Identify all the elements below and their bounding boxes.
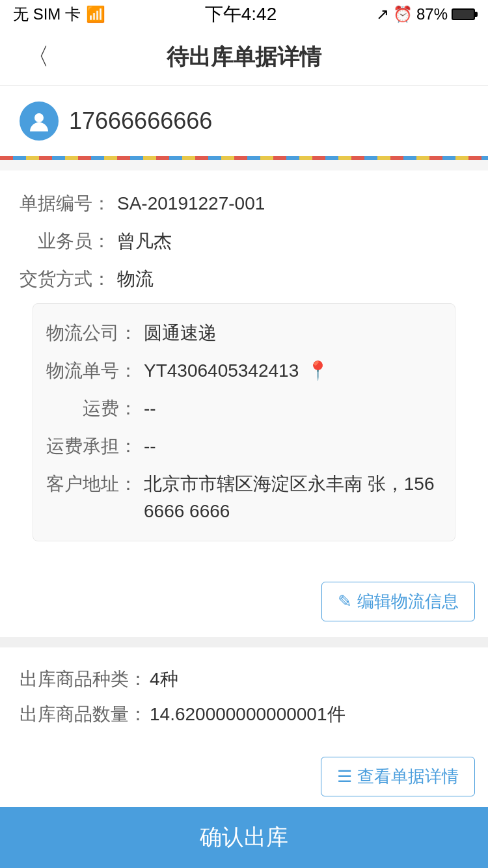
- address-row: 客户地址： 北京市市辖区海淀区永丰南 张，156 6666 6666: [46, 470, 442, 525]
- view-details-button[interactable]: ☰ 查看单据详情: [321, 757, 475, 796]
- view-btn-row: ☰ 查看单据详情: [0, 746, 488, 812]
- freight-bear-value: --: [144, 433, 442, 460]
- delivery-row: 交货方式： 物流: [20, 265, 468, 293]
- logistics-card: 物流公司： 圆通速递 物流单号： YT43064053424​13 📍 运费： …: [33, 303, 455, 541]
- logistics-tracking-label: 物流单号：: [46, 357, 144, 385]
- status-left: 无 SIM 卡 📶: [13, 4, 105, 25]
- battery-icon: [452, 8, 475, 20]
- salesperson-label: 业务员：: [20, 228, 117, 255]
- address-value: 北京市市辖区海淀区永丰南 张，156 6666 6666: [144, 470, 442, 525]
- salesperson-value: 曾凡杰: [117, 228, 468, 255]
- logistics-company-value: 圆通速递: [144, 319, 442, 347]
- tracking-number: YT43064053424​13: [144, 357, 299, 385]
- confirm-btn-wrapper: 确认出库: [0, 807, 488, 868]
- confirm-outbound-button[interactable]: 确认出库: [0, 822, 488, 852]
- status-time: 下午4:42: [205, 2, 277, 27]
- product-types-row: 出库商品种类： 4种: [20, 667, 468, 692]
- list-icon: ☰: [337, 766, 352, 787]
- edit-icon: ✎: [338, 591, 352, 612]
- edit-logistics-button[interactable]: ✎ 编辑物流信息: [321, 582, 475, 621]
- order-info-section: 单据编号： SA-20191227-001 业务员： 曾凡杰 交货方式： 物流 …: [0, 170, 488, 571]
- salesperson-row: 业务员： 曾凡杰: [20, 228, 468, 255]
- status-right: ↗ ⏰ 87%: [376, 5, 475, 23]
- logistics-tracking-row: 物流单号： YT43064053424​13 📍: [46, 357, 442, 385]
- back-button[interactable]: 〈: [20, 34, 56, 79]
- customer-section: 17666666666: [0, 86, 488, 156]
- edit-btn-label: 编辑物流信息: [357, 590, 459, 613]
- freight-value: --: [144, 395, 442, 422]
- wifi-icon: 📶: [86, 5, 105, 23]
- map-location-icon[interactable]: 📍: [306, 357, 329, 385]
- battery-text: 87%: [416, 5, 448, 23]
- delivery-label: 交货方式：: [20, 265, 117, 293]
- carrier-text: 无 SIM 卡: [13, 4, 81, 25]
- page-title: 待出库单据详情: [167, 42, 321, 72]
- freight-bear-label: 运费承担：: [46, 433, 144, 460]
- address-label: 客户地址：: [46, 470, 144, 498]
- freight-label: 运费：: [46, 395, 144, 422]
- product-quantity-value: 14.620000000000001件: [150, 702, 346, 727]
- order-no-label: 单据编号：: [20, 190, 117, 217]
- avatar: [20, 102, 59, 141]
- logistics-tracking-value: YT43064053424​13 📍: [144, 357, 442, 385]
- location-status-icon: ↗: [376, 5, 389, 23]
- nav-bar: 〈 待出库单据详情: [0, 29, 488, 86]
- dashed-divider: [0, 156, 488, 160]
- status-bar: 无 SIM 卡 📶 下午4:42 ↗ ⏰ 87%: [0, 0, 488, 29]
- freight-bear-row: 运费承担： --: [46, 433, 442, 460]
- product-types-label: 出库商品种类：: [20, 667, 150, 692]
- freight-row: 运费： --: [46, 395, 442, 422]
- view-btn-label: 查看单据详情: [357, 765, 459, 788]
- delivery-value: 物流: [117, 265, 468, 293]
- order-no-row: 单据编号： SA-20191227-001: [20, 190, 468, 217]
- order-no-value: SA-20191227-001: [117, 190, 468, 217]
- product-section: 出库商品种类： 4种 出库商品数量： 14.620000000000001件: [0, 647, 488, 746]
- svg-point-0: [34, 113, 44, 122]
- logistics-company-row: 物流公司： 圆通速递: [46, 319, 442, 347]
- product-quantity-row: 出库商品数量： 14.620000000000001件: [20, 702, 468, 727]
- customer-phone: 17666666666: [69, 107, 212, 135]
- product-types-value: 4种: [150, 667, 178, 692]
- alarm-icon: ⏰: [393, 5, 413, 23]
- product-quantity-label: 出库商品数量：: [20, 702, 150, 727]
- section-separator: [0, 637, 488, 647]
- logistics-company-label: 物流公司：: [46, 319, 144, 347]
- edit-btn-row: ✎ 编辑物流信息: [0, 571, 488, 637]
